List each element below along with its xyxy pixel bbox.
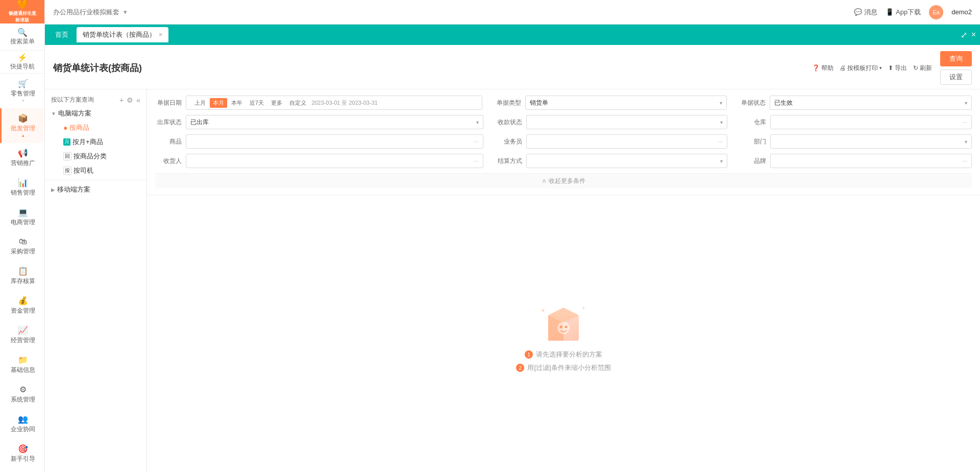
app-download-button[interactable]: 📱 App下载	[886, 8, 921, 17]
tab-close-button[interactable]: ×	[159, 31, 162, 38]
filter-row-1: 单据日期 上月 本月 本年 近7天 更多 自定义 2023-03-01 至 20…	[155, 96, 972, 110]
purchase-icon: 🛍	[19, 237, 27, 246]
date-btn-custom[interactable]: 自定义	[286, 98, 309, 108]
ecommerce-label: 电商管理	[11, 218, 35, 227]
user-avatar[interactable]: Ea	[929, 5, 943, 19]
tree-item-by-category[interactable]: 回 按商品分类	[55, 149, 146, 163]
sidebar-item-guide[interactable]: 🎯 新手引导	[0, 439, 44, 468]
brand-label: 品牌	[740, 157, 766, 166]
date-btn-more[interactable]: 更多	[268, 98, 285, 108]
tree-mobile-section[interactable]: ▶ 移动端方案	[45, 182, 146, 197]
filter-area: 单据日期 上月 本月 本年 近7天 更多 自定义 2023-03-01 至 20…	[147, 89, 980, 195]
sidebar-item-marketing[interactable]: 📢 营销推广	[0, 143, 44, 173]
wholesale-icon: 📦	[18, 113, 28, 123]
tree-item-by-driver[interactable]: 按 按司机	[55, 163, 146, 178]
guide-icon: 🎯	[18, 444, 28, 454]
receipt-status-control[interactable]: ▾	[526, 115, 728, 129]
receiver-label: 收货人	[155, 157, 182, 166]
doc-status-label: 单据状态	[739, 99, 766, 107]
sidebar-item-finance[interactable]: 💰 资金管理	[0, 291, 44, 320]
tab-sales-stats[interactable]: 销货单统计表（按商品） ×	[77, 27, 168, 42]
receipt-status-label: 收款状态	[496, 118, 522, 127]
sidebar-item-basic-info[interactable]: 📁 基础信息	[0, 350, 44, 380]
page-title: 销货单统计表(按商品)	[53, 62, 142, 74]
print-button[interactable]: 🖨 按模板打印 ▾	[840, 64, 882, 73]
collapse-more-button[interactable]: ∧ 收起更多条件	[155, 173, 972, 188]
warehouse-control[interactable]: ···	[770, 115, 972, 129]
dept-arrow: ▾	[965, 139, 967, 145]
sidebar-item-ecommerce[interactable]: 💻 电商管理	[0, 202, 44, 232]
sales-label: 销售管理	[11, 188, 35, 197]
sidebar-item-wholesale[interactable]: 📦 批发管理 ▴	[0, 108, 44, 143]
receiver-dots: ···	[474, 157, 479, 164]
empty-tip-1-text: 请先选择要分析的方案	[536, 350, 602, 359]
tab-home[interactable]: 首页	[49, 27, 75, 42]
sidebar-item-appcenter[interactable]: 🔲 应用中心	[0, 468, 44, 472]
help-button[interactable]: ❓ 帮助	[812, 64, 834, 73]
tree-item-by-product[interactable]: ● 按商品	[55, 121, 146, 135]
sidebar-item-system[interactable]: ⚙ 系统管理	[0, 380, 44, 409]
message-button[interactable]: 💬 消息	[854, 8, 877, 17]
doc-status-value: 已生效	[774, 99, 793, 107]
svg-point-5	[565, 326, 567, 328]
tree-item-by-month-product[interactable]: 月 按月+商品	[55, 135, 146, 149]
salesperson-control[interactable]: ···	[526, 134, 728, 149]
panel-collapse-button[interactable]: «	[136, 96, 140, 104]
salesperson-dots: ···	[718, 138, 723, 145]
export-button[interactable]: ⬆ 导出	[888, 64, 907, 73]
receipt-status-arrow: ▾	[720, 120, 723, 125]
product-control[interactable]: ···	[186, 134, 483, 149]
system-label: 系统管理	[11, 395, 35, 404]
empty-state: ✦ ✦ ✦ 1 请先选择要分析的方案 2 用[过滤]条件来缩小分析范围	[516, 295, 610, 372]
tree-item-driver-label: 按司机	[74, 166, 93, 175]
setting-button[interactable]: 设置	[940, 69, 972, 85]
sidebar-item-enterprise[interactable]: 👥 企业协同	[0, 409, 44, 439]
search-menu[interactable]: 🔍 搜索菜单	[0, 23, 44, 51]
tree-pc-section[interactable]: ▼ 电脑端方案	[45, 106, 146, 121]
doc-status-control[interactable]: 已生效 ▾	[770, 96, 972, 110]
tab-maximize-button[interactable]: ⤢	[961, 30, 967, 40]
right-area: 单据日期 上月 本月 本年 近7天 更多 自定义 2023-03-01 至 20…	[147, 89, 980, 472]
panel-add-button[interactable]: +	[119, 96, 124, 104]
workspace-selector[interactable]: 办公用品行业模拟账套 ▾	[53, 8, 127, 17]
doc-type-control[interactable]: 销货单 ▾	[525, 96, 727, 110]
date-label: 单据日期	[155, 99, 182, 107]
dept-control[interactable]: ▾	[770, 134, 972, 149]
sidebar: 🧡 畅捷通好生意 标准版 🔍 搜索菜单 ⚡ 快捷导航 🛒 零售管理 ▾ 📦 批发…	[0, 0, 45, 472]
out-status-arrow: ▾	[476, 120, 479, 125]
tab-close-all-button[interactable]: ×	[971, 30, 976, 39]
tree-item-driver-icon: 按	[63, 167, 71, 175]
date-btn-last-month[interactable]: 上月	[191, 98, 209, 108]
sidebar-item-sales[interactable]: 📊 销售管理	[0, 173, 44, 202]
date-btn-this-month[interactable]: 本月	[210, 98, 227, 108]
basic-info-icon: 📁	[18, 355, 28, 365]
brand-control[interactable]: ···	[770, 154, 972, 168]
receiver-control[interactable]: ···	[186, 154, 483, 168]
purchase-label: 采购管理	[11, 247, 35, 256]
sidebar-item-inventory[interactable]: 📋 库存核算	[0, 261, 44, 291]
tree-item-by-product-label: 按商品	[69, 123, 89, 132]
sidebar-item-purchase[interactable]: 🛍 采购管理	[0, 232, 44, 261]
brand-dots: ···	[962, 157, 967, 164]
sidebar-item-operations[interactable]: 📈 经营管理	[0, 320, 44, 350]
tab-bar: 首页 销货单统计表（按商品） × ⤢ ×	[45, 25, 980, 45]
panel-settings-button[interactable]: ⚙	[127, 96, 133, 104]
help-icon: ❓	[812, 64, 820, 72]
payment-control[interactable]: ▾	[526, 154, 728, 168]
query-button[interactable]: 查询	[940, 51, 972, 66]
help-label: 帮助	[821, 64, 834, 73]
date-btn-7days[interactable]: 近7天	[247, 98, 267, 108]
date-btn-this-year[interactable]: 本年	[228, 98, 246, 108]
out-status-control[interactable]: 已出库 ▾	[186, 115, 483, 129]
sidebar-item-retail[interactable]: 🛒 零售管理 ▾	[0, 74, 44, 108]
avatar-image: Ea	[933, 9, 940, 15]
refresh-button[interactable]: ↻ 刷新	[913, 64, 932, 73]
operations-icon: 📈	[18, 325, 28, 335]
out-status-label: 出库状态	[155, 118, 182, 127]
retail-label: 零售管理	[11, 89, 35, 98]
tree-item-month-label: 按月+商品	[72, 137, 103, 147]
quick-nav[interactable]: ⚡ 快捷导航	[0, 51, 44, 74]
tree-item-selected-icon: ●	[63, 124, 67, 132]
date-filter-group: 上月 本月 本年 近7天 更多 自定义 2023-03-01 至 2023-03…	[186, 96, 482, 110]
print-dropdown-icon: ▾	[879, 65, 882, 70]
